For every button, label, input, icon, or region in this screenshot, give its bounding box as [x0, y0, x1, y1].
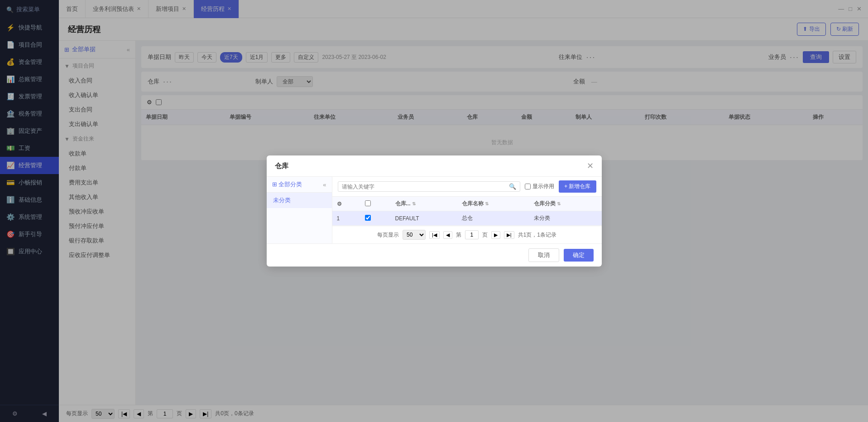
- row-name: 总仓: [457, 211, 529, 226]
- modal-search-box: 🔍: [338, 181, 521, 192]
- modal-total-text: 共1页，1条记录: [518, 231, 556, 239]
- modal-header: 仓库 ✕: [267, 155, 602, 177]
- modal-table-row[interactable]: 1 DEFAULT 总仓 未分类: [332, 211, 602, 226]
- modal-close-button[interactable]: ✕: [587, 161, 594, 171]
- modal-page-first[interactable]: |◀: [429, 231, 440, 239]
- modal-body: ⊞ 全部分类 « 未分类 🔍 显: [267, 177, 602, 243]
- modal-per-page-label: 每页显示: [377, 231, 399, 239]
- modal-title: 仓库: [275, 162, 288, 170]
- modal-page-last[interactable]: ▶|: [504, 231, 514, 239]
- modal-cancel-button[interactable]: 取消: [528, 248, 559, 262]
- show-disabled-label[interactable]: 显示停用: [525, 183, 554, 190]
- modal-table-wrap: ⚙ 仓库...⇅ 仓库名称⇅ 仓库分类⇅ 1 DEFAULT: [332, 197, 602, 226]
- modal-footer: 取消 确定: [267, 243, 602, 267]
- modal-page-next[interactable]: ▶: [491, 231, 500, 239]
- modal-col-category: 仓库分类⇅: [529, 197, 601, 211]
- modal-page-prev[interactable]: ◀: [443, 231, 452, 239]
- modal-confirm-button[interactable]: 确定: [564, 249, 594, 262]
- row-category: 未分类: [529, 211, 601, 226]
- modal-col-name: 仓库名称⇅: [457, 197, 529, 211]
- row-code: DEFAULT: [391, 211, 457, 226]
- modal-overlay[interactable]: 仓库 ✕ ⊞ 全部分类 « 未分类: [0, 0, 868, 422]
- row-num: 1: [332, 211, 360, 226]
- modal-left-header: ⊞ 全部分类 «: [267, 177, 332, 193]
- modal-left-panel: ⊞ 全部分类 « 未分类: [267, 177, 332, 243]
- modal-select-all[interactable]: [365, 200, 371, 206]
- modal-col-checkbox: [360, 197, 391, 211]
- row-checkbox[interactable]: [360, 211, 391, 226]
- show-disabled-checkbox[interactable]: [525, 184, 531, 189]
- modal-search-icon: 🔍: [509, 183, 516, 190]
- modal-col-code: 仓库...⇅: [391, 197, 457, 211]
- modal-pagination: 每页显示 50100 |◀ ◀ 第 页 ▶ ▶| 共1页，1条记录: [332, 226, 602, 243]
- add-warehouse-button[interactable]: + 新增仓库: [559, 180, 596, 193]
- collapse-modal-left-icon[interactable]: «: [323, 181, 326, 188]
- modal-left-item-uncategorized[interactable]: 未分类: [267, 193, 332, 208]
- modal-table: ⚙ 仓库...⇅ 仓库名称⇅ 仓库分类⇅ 1 DEFAULT: [332, 197, 602, 226]
- modal-toolbar: 🔍 显示停用 + 新增仓库: [332, 177, 602, 197]
- modal-per-page-select[interactable]: 50100: [403, 230, 426, 240]
- modal-page-input[interactable]: [465, 230, 479, 239]
- modal-right-panel: 🔍 显示停用 + 新增仓库 ⚙ 仓库...⇅: [332, 177, 602, 243]
- warehouse-modal: 仓库 ✕ ⊞ 全部分类 « 未分类: [267, 155, 602, 267]
- modal-left-title: ⊞ 全部分类: [272, 180, 302, 189]
- modal-page-suffix: 页: [482, 231, 488, 239]
- modal-col-settings: ⚙: [332, 197, 360, 211]
- modal-search-input[interactable]: [342, 184, 507, 190]
- modal-page-label: 第: [456, 231, 461, 239]
- grid2-icon: ⊞: [272, 181, 277, 188]
